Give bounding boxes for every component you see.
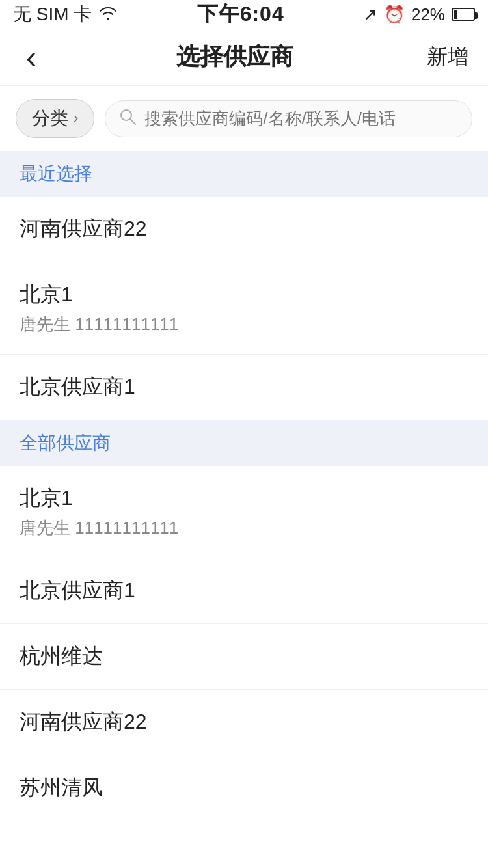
search-box	[105, 100, 472, 137]
search-icon	[118, 107, 137, 130]
search-input[interactable]	[144, 109, 459, 129]
svg-line-1	[130, 119, 135, 124]
all-section-header: 全部供应商	[0, 420, 488, 466]
item-name: 苏州清风	[20, 774, 468, 802]
nav-bar: ‹ 选择供应商 新增	[0, 29, 488, 86]
alarm-icon: ⏰	[384, 5, 405, 25]
chevron-right-icon: ›	[74, 110, 78, 127]
list-item[interactable]: 北京供应商1	[0, 355, 488, 420]
all-list: 北京1 唐先生 11111111111 北京供应商1杭州维达河南供应商22苏州清…	[0, 466, 488, 821]
no-sim-label: 无 SIM 卡	[13, 2, 92, 27]
list-item[interactable]: 北京1 唐先生 11111111111	[0, 466, 488, 558]
category-label: 分类	[32, 106, 68, 131]
list-item[interactable]: 苏州清风	[0, 755, 488, 821]
recent-list: 河南供应商22 北京1 唐先生 11111111111 北京供应商1	[0, 197, 488, 420]
list-item[interactable]: 河南供应商22	[0, 197, 488, 262]
filter-bar: 分类 ›	[0, 86, 488, 151]
category-button[interactable]: 分类 ›	[16, 99, 94, 138]
item-name: 北京1	[20, 280, 468, 309]
item-detail: 唐先生 11111111111	[20, 517, 468, 539]
item-detail: 唐先生 11111111111	[20, 313, 468, 336]
status-bar: 无 SIM 卡 下午6:04 ↗ ⏰ 22%	[0, 0, 488, 29]
location-icon: ↗	[363, 5, 377, 25]
item-name: 北京供应商1	[20, 576, 468, 605]
item-name: 河南供应商22	[20, 215, 468, 243]
wifi-icon	[98, 4, 118, 25]
list-item[interactable]: 杭州维达	[0, 624, 488, 690]
status-left: 无 SIM 卡	[13, 2, 118, 27]
list-item[interactable]: 北京1 唐先生 11111111111	[0, 262, 488, 355]
battery-label: 22%	[411, 5, 445, 25]
status-right: ↗ ⏰ 22%	[363, 5, 475, 25]
new-action-button[interactable]: 新增	[427, 43, 468, 72]
recent-section-header: 最近选择	[0, 151, 488, 197]
back-button[interactable]: ‹	[20, 33, 43, 81]
list-item[interactable]: 河南供应商22	[0, 690, 488, 755]
item-name: 北京供应商1	[20, 373, 468, 401]
item-name: 杭州维达	[20, 642, 468, 671]
item-name: 河南供应商22	[20, 708, 468, 737]
status-time: 下午6:04	[197, 0, 284, 29]
page-title: 选择供应商	[176, 41, 293, 73]
item-name: 北京1	[20, 484, 468, 513]
battery-icon	[452, 8, 475, 21]
list-item[interactable]: 北京供应商1	[0, 558, 488, 624]
